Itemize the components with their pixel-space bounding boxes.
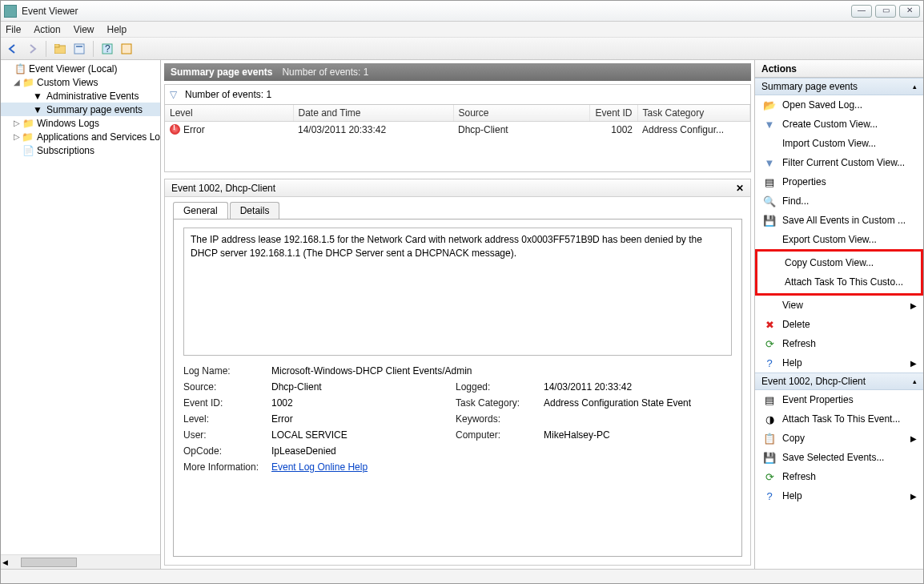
- svg-text:?: ?: [105, 43, 110, 54]
- toolbar: ?: [1, 38, 923, 60]
- content-header: Summary page events Number of events: 1: [164, 63, 751, 81]
- action-copy-custom-view[interactable]: Copy Custom View...: [757, 253, 921, 272]
- forward-button[interactable]: [23, 40, 41, 58]
- toolbar-find-icon[interactable]: [118, 40, 135, 58]
- event-detail-panel: Event 1002, Dhcp-Client ✕ General Detail…: [164, 179, 751, 566]
- tab-details[interactable]: Details: [230, 202, 280, 219]
- actions-section-event[interactable]: Event 1002, Dhcp-Client▴: [755, 373, 923, 390]
- tree-admin-events[interactable]: ▼ Administrative Events: [1, 89, 160, 103]
- content-count: Number of events: 1: [282, 66, 368, 78]
- action-create-custom-view[interactable]: ▼Create Custom View...: [755, 115, 923, 134]
- action-open-saved-log[interactable]: 📂Open Saved Log...: [755, 95, 923, 115]
- tree-subscriptions[interactable]: 📄 Subscriptions: [1, 143, 160, 157]
- tree-root[interactable]: 📋 Event Viewer (Local): [1, 62, 160, 75]
- window-title: Event Viewer: [22, 6, 851, 17]
- svg-rect-2: [74, 44, 84, 54]
- col-level[interactable]: Level: [165, 105, 293, 122]
- action-import-custom-view[interactable]: Import Custom View...: [755, 134, 923, 153]
- delete-icon: ✖: [763, 318, 776, 331]
- task-icon: ◑: [763, 413, 776, 425]
- action-save-selected[interactable]: 💾Save Selected Events...: [755, 448, 923, 467]
- svg-rect-6: [122, 44, 131, 54]
- copy-icon: 📋: [763, 432, 776, 445]
- action-save-all-events[interactable]: 💾Save All Events in Custom ...: [755, 211, 923, 230]
- event-log-help-link[interactable]: Event Log Online Help: [271, 461, 368, 473]
- tab-general[interactable]: General: [173, 202, 228, 219]
- filter-icon: ▼: [763, 156, 776, 169]
- menu-help[interactable]: Help: [107, 24, 127, 35]
- properties-icon: ▤: [763, 393, 776, 406]
- error-icon: [170, 124, 180, 135]
- toolbar-help-icon[interactable]: ?: [98, 40, 116, 58]
- action-export-custom-view[interactable]: Export Custom View...: [755, 230, 923, 249]
- folder-icon: 📁: [22, 77, 34, 88]
- status-bar: [1, 569, 923, 583]
- navigation-tree: 📋 Event Viewer (Local) ◢ 📁 Custom Views …: [1, 60, 161, 569]
- col-date[interactable]: Date and Time: [293, 105, 453, 122]
- action-help[interactable]: ?Help▶: [755, 353, 923, 373]
- actions-pane: Actions Summary page events▴ 📂Open Saved…: [755, 60, 923, 569]
- col-source[interactable]: Source: [453, 105, 589, 122]
- refresh-icon: ⟳: [763, 470, 776, 483]
- refresh-icon: ⟳: [763, 337, 776, 350]
- filter-bar: ▽ Number of events: 1: [164, 84, 751, 105]
- toolbar-properties-icon[interactable]: [70, 40, 88, 58]
- filter-icon: ▼: [31, 104, 44, 115]
- toolbar-folder-icon[interactable]: [51, 40, 69, 58]
- event-properties-grid: Log Name: Microsoft-Windows-DHCP Client …: [183, 365, 732, 473]
- detail-title: Event 1002, Dhcp-Client: [171, 183, 275, 194]
- open-icon: 📂: [763, 99, 776, 111]
- help-icon: ?: [763, 489, 776, 502]
- window-titlebar: Event Viewer — ▭ ✕: [1, 1, 923, 22]
- action-help-2[interactable]: ?Help▶: [755, 486, 923, 505]
- actions-title: Actions: [755, 60, 923, 78]
- event-message: The IP address lease 192.168.1.5 for the…: [183, 228, 732, 356]
- svg-rect-1: [54, 44, 59, 47]
- menu-file[interactable]: File: [6, 24, 21, 35]
- action-delete[interactable]: ✖Delete: [755, 315, 923, 334]
- action-attach-task-custom[interactable]: Attach Task To This Custo...: [757, 272, 921, 292]
- event-viewer-icon: 📋: [14, 63, 26, 75]
- action-copy[interactable]: 📋Copy▶: [755, 429, 923, 448]
- content-title: Summary page events: [171, 66, 272, 78]
- folder-icon: 📁: [22, 118, 34, 129]
- subscriptions-icon: 📄: [22, 145, 34, 156]
- filter-icon[interactable]: ▽: [170, 89, 177, 100]
- action-properties[interactable]: ▤Properties: [755, 172, 923, 191]
- actions-section-summary[interactable]: Summary page events▴: [755, 78, 923, 95]
- svg-rect-3: [76, 46, 82, 47]
- app-icon: [4, 5, 17, 18]
- action-refresh-2[interactable]: ⟳Refresh: [755, 467, 923, 486]
- tree-apps-services[interactable]: ▷ 📁 Applications and Services Lo: [1, 130, 160, 143]
- menu-action[interactable]: Action: [34, 24, 60, 35]
- filter-count: Number of events: 1: [185, 89, 271, 100]
- event-row[interactable]: Error 14/03/2011 20:33:42 Dhcp-Client 10…: [165, 122, 750, 139]
- action-find[interactable]: 🔍Find...: [755, 191, 923, 211]
- tree-custom-views[interactable]: ◢ 📁 Custom Views: [1, 75, 160, 89]
- maximize-button[interactable]: ▭: [875, 5, 896, 18]
- col-task[interactable]: Task Category: [637, 105, 750, 122]
- col-eventid[interactable]: Event ID: [589, 105, 637, 122]
- tree-scrollbar[interactable]: ◀: [1, 554, 160, 569]
- action-filter-current-view[interactable]: ▼Filter Current Custom View...: [755, 153, 923, 172]
- filter-icon: ▼: [763, 118, 776, 131]
- action-event-properties[interactable]: ▤Event Properties: [755, 390, 923, 409]
- save-icon: 💾: [763, 214, 776, 227]
- action-view[interactable]: View▶: [755, 296, 923, 315]
- save-icon: 💾: [763, 451, 776, 464]
- minimize-button[interactable]: —: [851, 5, 872, 18]
- folder-icon: 📁: [22, 131, 34, 143]
- tree-summary-page[interactable]: ▼ Summary page events: [1, 103, 160, 116]
- menu-view[interactable]: View: [74, 24, 94, 35]
- action-refresh[interactable]: ⟳Refresh: [755, 334, 923, 353]
- find-icon: 🔍: [763, 195, 776, 207]
- help-icon: ?: [763, 356, 776, 369]
- content-pane: Summary page events Number of events: 1 …: [161, 60, 755, 569]
- close-button[interactable]: ✕: [899, 5, 920, 18]
- back-button[interactable]: [4, 40, 22, 58]
- detail-close-button[interactable]: ✕: [736, 183, 744, 194]
- event-list: Level Date and Time Source Event ID Task…: [164, 105, 751, 172]
- tree-windows-logs[interactable]: ▷ 📁 Windows Logs: [1, 116, 160, 130]
- menu-bar: File Action View Help: [1, 22, 923, 38]
- action-attach-task-event[interactable]: ◑Attach Task To This Event...: [755, 409, 923, 429]
